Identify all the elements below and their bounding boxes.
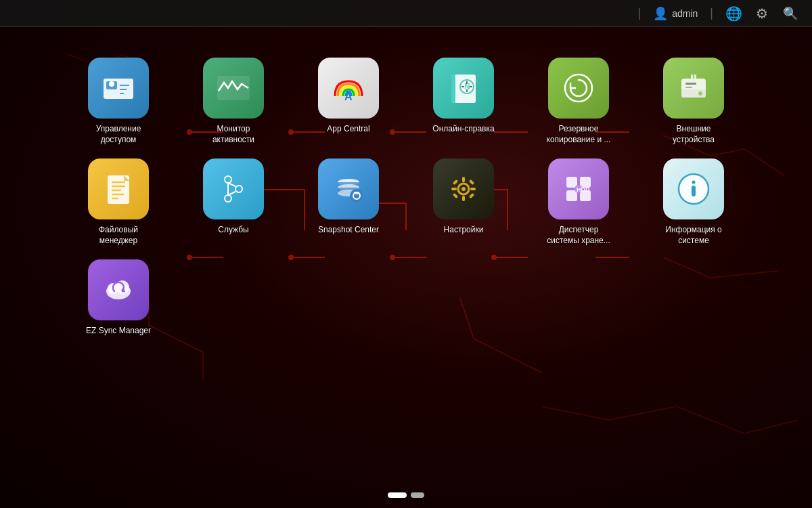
pagination-dots: [388, 492, 424, 498]
svg-rect-65: [451, 188, 457, 190]
app-backup[interactable]: Резервноекопирование и ...: [528, 58, 629, 145]
svg-rect-71: [566, 177, 577, 188]
app-icon-external-devices: [663, 58, 724, 119]
svg-rect-69: [453, 193, 458, 198]
app-icon-online-help: N: [433, 58, 494, 119]
svg-point-48: [225, 195, 231, 202]
app-icon-settings: [433, 158, 494, 219]
app-icon-access-control: [88, 58, 149, 119]
svg-rect-70: [469, 193, 474, 198]
app-label-app-central: App Central: [327, 124, 369, 135]
app-icon-snapshot-center: [318, 158, 379, 219]
app-icon-file-manager: [88, 158, 149, 219]
svg-point-78: [692, 181, 696, 184]
svg-line-51: [228, 183, 235, 186]
app-storage-manager[interactable]: HDD Диспетчерсистемы хране...: [528, 158, 629, 246]
app-external-devices[interactable]: Внешниеустройства: [643, 58, 744, 145]
app-label-settings: Настройки: [444, 225, 484, 236]
topbar: | 👤 admin | 🌐 ⚙ 🔍: [0, 0, 812, 27]
username-label: admin: [672, 8, 698, 19]
app-activity-monitor[interactable]: Мониторактивности: [183, 58, 284, 145]
svg-rect-73: [566, 190, 577, 201]
svg-rect-64: [462, 196, 465, 201]
svg-rect-66: [470, 188, 476, 190]
search-icon[interactable]: 🔍: [782, 5, 798, 22]
svg-point-19: [109, 81, 114, 87]
app-system-info[interactable]: Информация осистеме: [643, 158, 744, 246]
svg-text:A: A: [344, 91, 353, 102]
app-ez-sync[interactable]: EZ Sync Manager: [68, 259, 169, 337]
app-label-backup: Резервноекопирование и ...: [547, 124, 611, 145]
app-services[interactable]: Службы: [183, 158, 284, 246]
svg-point-33: [565, 75, 592, 102]
svg-point-62: [461, 187, 466, 191]
user-avatar-icon: 👤: [653, 6, 668, 21]
app-online-help[interactable]: N Онлайн-справка: [413, 58, 514, 145]
app-icon-app-central: A: [318, 58, 379, 119]
page-dot-2[interactable]: [411, 492, 424, 498]
svg-point-47: [225, 176, 231, 183]
svg-line-52: [228, 192, 235, 195]
settings-icon[interactable]: ⚙: [754, 5, 770, 22]
user-info[interactable]: 👤 admin: [653, 6, 698, 21]
app-label-services: Службы: [218, 225, 248, 236]
app-label-access-control: Управлениедоступом: [96, 124, 141, 145]
svg-rect-23: [217, 76, 250, 100]
app-grid: Управлениедоступом Мониторактивности A: [0, 37, 812, 481]
app-label-snapshot-center: Snapshot Center: [318, 225, 379, 236]
app-label-system-info: Информация осистеме: [665, 225, 721, 246]
svg-rect-67: [453, 179, 458, 185]
separator-1: |: [637, 6, 641, 20]
app-snapshot-center[interactable]: Snapshot Center: [298, 158, 399, 246]
page-dot-1[interactable]: [388, 492, 407, 498]
svg-rect-68: [469, 179, 474, 185]
svg-rect-79: [692, 186, 696, 196]
app-icon-backup: [548, 58, 609, 119]
app-label-ez-sync: EZ Sync Manager: [86, 326, 151, 337]
app-icon-system-info: [663, 158, 724, 219]
app-icon-activity-monitor: [203, 58, 264, 119]
svg-point-36: [698, 91, 702, 96]
svg-rect-60: [354, 192, 359, 194]
app-file-manager[interactable]: Файловыйменеджер: [68, 158, 169, 246]
app-icon-ez-sync: [88, 259, 149, 320]
svg-rect-63: [462, 177, 465, 182]
app-access-control[interactable]: Управлениедоступом: [68, 58, 169, 145]
app-icon-storage-manager: HDD: [548, 158, 609, 219]
app-icon-services: [203, 158, 264, 219]
app-app-central[interactable]: A App Central: [298, 58, 399, 145]
svg-rect-38: [685, 87, 692, 88]
globe-icon[interactable]: 🌐: [725, 5, 742, 22]
svg-rect-37: [685, 83, 696, 85]
svg-point-49: [235, 186, 242, 192]
svg-rect-26: [451, 75, 455, 103]
app-label-external-devices: Внешниеустройства: [673, 124, 715, 145]
app-label-storage-manager: Диспетчерсистемы хране...: [547, 225, 610, 246]
svg-point-58: [350, 189, 363, 203]
app-label-online-help: Онлайн-справка: [432, 124, 494, 135]
separator-2: |: [710, 6, 713, 20]
app-label-activity-monitor: Мониторактивности: [212, 124, 254, 145]
app-label-file-manager: Файловыйменеджер: [99, 225, 138, 246]
svg-text:HDD: HDD: [577, 186, 590, 193]
app-settings[interactable]: Настройки: [413, 158, 514, 246]
